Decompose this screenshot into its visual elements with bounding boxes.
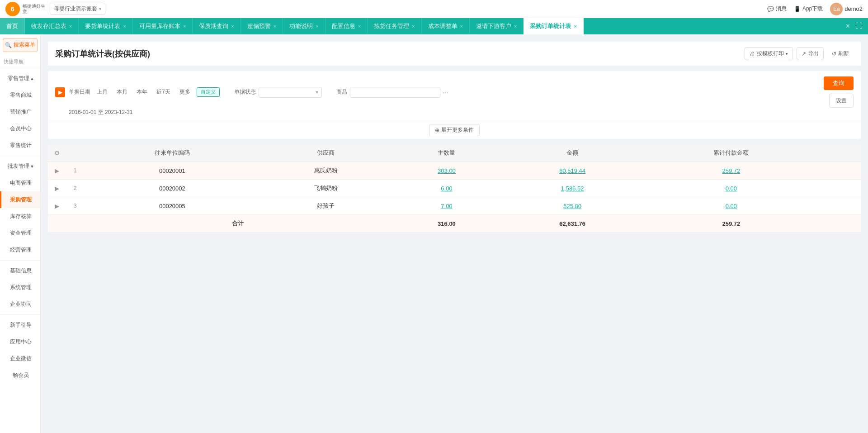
row3-extra [819,197,861,215]
row1-expand[interactable]: ▶ [48,162,66,180]
sidebar-item-operation[interactable]: 经营管理 [0,242,40,258]
row1-amount-link[interactable]: 60,519.44 [559,167,585,174]
tab-expiry-query-close-icon[interactable]: × [231,24,234,29]
settings-icon[interactable]: ⚙ [54,149,60,157]
tab-home[interactable]: 首页 [0,18,25,34]
tab-expiry-query[interactable]: 保质期查询 × [193,18,241,34]
sidebar-item-basic-info[interactable]: 基础信息 [0,262,40,279]
refresh-btn[interactable]: ↺ 刷新 [827,48,854,60]
date-btn-last-month[interactable]: 上月 [93,87,111,97]
search-menu-btn[interactable]: 🔍 搜索菜单 [3,38,38,52]
row1-num: 1 [66,162,84,180]
tab-order-stats[interactable]: 要货单统计表 × [79,18,132,34]
row2-expand[interactable]: ▶ [48,180,66,197]
tab-config-info[interactable]: 配置信息 × [326,18,368,34]
filter-date-item: 单据日期 上月 本月 本年 近7天 更多 自定义 [69,87,220,97]
settings-btn[interactable]: 设置 [829,94,854,108]
row2-main-qty: 6.00 [392,180,502,197]
sidebar-member-center-label: 会员中心 [10,125,32,132]
sidebar-item-app-center[interactable]: 应用中心 [0,333,40,350]
expand-more-btn[interactable]: ⊕ 展开更多条件 [429,124,480,136]
message-btn[interactable]: 💬 消息 [767,5,787,13]
sidebar-capital-label: 资金管理 [10,230,32,236]
data-table: ⚙ 往来单位编码 供应商 主数量 金额 累计付款金额 ▶ [48,144,861,233]
col-extra [819,144,861,162]
tab-purchase-stats-close-icon[interactable]: × [574,24,576,29]
tab-overstock-warning[interactable]: 超储预警 × [241,18,283,34]
tab-collect-summary[interactable]: 收发存汇总表 × [25,18,79,34]
row2-amount-link[interactable]: 1,586.52 [561,185,584,192]
row3-main-qty: 7.00 [392,197,502,215]
sidebar-item-retail-shop[interactable]: 零售商城 [0,87,40,104]
refresh-icon: ↺ [832,51,836,57]
sidebar-operation-label: 经营管理 [10,247,32,253]
print-btn[interactable]: 🖨 按模板打印 ▾ [745,47,793,60]
export-btn[interactable]: ↗ 导出 [797,47,824,60]
tab-purchase-stats[interactable]: 采购订单统计表 × [524,18,583,34]
table-container: ⚙ 往来单位编码 供应商 主数量 金额 累计付款金额 ▶ [48,144,861,233]
goods-input[interactable] [350,87,440,98]
tab-function-desc[interactable]: 功能说明 × [283,18,325,34]
sidebar-item-new-guide[interactable]: 新手引导 [0,317,40,333]
page-content: 采购订单统计表(按供应商) 🖨 按模板打印 ▾ ↗ 导出 ↺ 刷新 [41,34,868,433]
sidebar-item-wechat[interactable]: 企业微信 [0,350,40,367]
row2-qty-link[interactable]: 6.00 [441,185,452,192]
nav-maximize-btn[interactable]: ⛶ [854,21,864,31]
sidebar-item-ecommerce[interactable]: 电商管理 [0,175,40,191]
sidebar-item-sys-mgmt[interactable]: 系统管理 [0,279,40,296]
sidebar-item-inventory[interactable]: 库存核算 [0,208,40,225]
sidebar-item-retail-stats[interactable]: 零售统计 [0,137,40,154]
tab-cost-adjust-close-icon[interactable]: × [460,24,463,29]
filter-toggle-arrow[interactable]: ▶ [55,87,65,97]
sidebar-item-member[interactable]: 畅会员 [0,367,40,384]
search-menu-label: 搜索菜单 [14,41,35,49]
tab-invite-downstream[interactable]: 邀请下游客户 × [470,18,524,34]
tab-invite-downstream-close-icon[interactable]: × [514,24,517,29]
table-footer-row: 合计 316.00 62,631.76 259.72 [48,215,861,233]
sidebar-item-purchase-mgmt[interactable]: 采购管理 [0,191,40,208]
user-area[interactable]: Ea demo2 [830,3,863,15]
date-btn-this-month[interactable]: 本月 [113,87,131,97]
sidebar-item-member-center[interactable]: 会员中心 [0,120,40,137]
nav-close-btn[interactable]: × [844,21,852,31]
tab-cost-adjust[interactable]: 成本调整单 × [422,18,470,34]
tab-stock-account-close-icon[interactable]: × [183,24,186,29]
date-btn-more[interactable]: 更多 [176,87,194,97]
tab-home-label: 首页 [6,22,18,30]
tab-pick-task[interactable]: 拣货任务管理 × [368,18,421,34]
col-supplier-header: 供应商 [260,144,392,162]
row3-paid-link[interactable]: 0.00 [726,203,737,209]
row3-amount-link[interactable]: 525.80 [563,203,581,209]
tab-config-info-close-icon[interactable]: × [358,24,361,29]
row1-paid-link[interactable]: 259.72 [722,167,740,174]
goods-more-icon[interactable]: ··· [443,89,448,96]
tab-overstock-warning-close-icon[interactable]: × [274,24,276,29]
sidebar-item-marketing[interactable]: 营销推广 [0,104,40,120]
sidebar-item-retail-mgmt[interactable]: 零售管理 ▲ [0,70,40,87]
tab-order-stats-close-icon[interactable]: × [123,24,126,29]
date-btn-this-year[interactable]: 本年 [133,87,151,97]
row3-qty-link[interactable]: 7.00 [441,203,452,209]
sidebar-wholesale-mgmt-label: 批发管理 [8,162,29,170]
tab-function-desc-close-icon[interactable]: × [316,24,318,29]
nav-tabs: 首页 收发存汇总表 × 要货单统计表 × 可用量库存账本 × 保质期查询 × 超… [0,18,868,34]
app-download-btn[interactable]: 📱 App下载 [794,5,823,13]
date-btn-7days[interactable]: 近7天 [153,87,174,97]
query-btn[interactable]: 查询 [824,76,854,90]
workspace-selector[interactable]: 母婴行业演示账套 ▾ [50,3,105,15]
tab-collect-summary-close-icon[interactable]: × [69,24,72,29]
tab-stock-account[interactable]: 可用量库存账本 × [133,18,193,34]
sidebar-member-label: 畅会员 [13,372,29,378]
status-select-wrapper [259,87,322,98]
date-custom-tag[interactable]: 自定义 [197,87,220,97]
row2-paid-link[interactable]: 0.00 [726,185,737,192]
row1-qty-link[interactable]: 303.00 [438,167,456,174]
sidebar-item-enterprise[interactable]: 企业协同 [0,296,40,313]
status-select[interactable] [259,87,322,98]
row3-expand[interactable]: ▶ [48,197,66,215]
tab-pick-task-close-icon[interactable]: × [412,24,415,29]
sidebar-item-capital[interactable]: 资金管理 [0,225,40,242]
sidebar-item-wholesale-mgmt[interactable]: 批发管理 ▼ [0,158,40,175]
sidebar-search-area: 🔍 搜索菜单 [0,34,40,56]
top-bar-right: 💬 消息 📱 App下载 Ea demo2 [767,3,863,15]
